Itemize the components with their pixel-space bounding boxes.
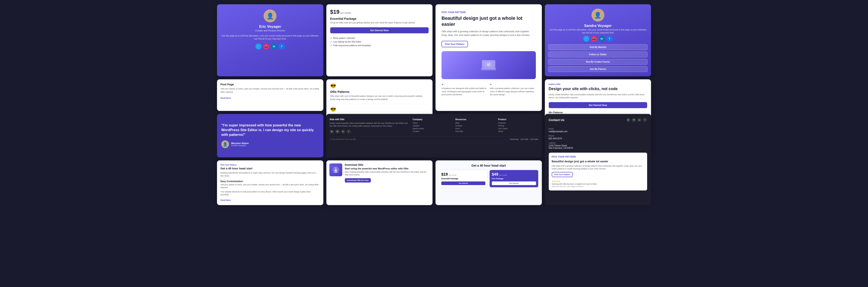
- pick-pattern-button[interactable]: Pick Your Pattern: [441, 41, 468, 47]
- footer-download-link[interactable]: Download: [510, 138, 519, 140]
- col2-text: ★ With a growing pattern collection, you…: [490, 83, 536, 96]
- footer-brand-desc: Easily create beautiful, fully-customiza…: [330, 122, 410, 128]
- facebook-icon[interactable]: f: [279, 44, 285, 50]
- s-instagram-icon[interactable]: 📷: [591, 36, 597, 42]
- contact-card: Contact Us 🐦 📷 in f Email mail@example.c…: [545, 114, 651, 205]
- footer-docs-link[interactable]: Docs: [456, 127, 496, 130]
- join-patreon-button[interactable]: Join My Patreon: [548, 66, 648, 72]
- footer-twitter-icon[interactable]: 🐦: [330, 130, 334, 134]
- address-row: Address 1234 Theme Street San Francisco,…: [549, 142, 647, 149]
- footer-grid: Ride with Ollie Easily create beautiful,…: [330, 118, 538, 134]
- footer-bottom-links: Download Visit Ollie Visit Mike: [510, 138, 538, 140]
- price-display: $19 per month: [330, 8, 429, 15]
- laptop-image: [441, 51, 536, 79]
- footer-blog-link[interactable]: Blog: [456, 122, 496, 124]
- author-role: Product Designer: [231, 144, 249, 147]
- footer-company-title: Company: [413, 118, 453, 121]
- twitter-icon[interactable]: 🐦: [255, 44, 261, 50]
- email-value: mail@example.com: [549, 130, 647, 133]
- footer-bottom: © 2023 Ollie Block Theme by Ollie Downlo…: [330, 136, 538, 140]
- s-linkedin-icon[interactable]: in: [599, 36, 605, 42]
- hs-read-more[interactable]: Read More: [220, 199, 231, 201]
- author-info: Maryann Alpine Product Designer: [231, 142, 249, 147]
- c-twitter-icon[interactable]: 🐦: [626, 118, 630, 122]
- email-label: Email: [549, 128, 647, 130]
- post-page-card: Post Page Add your splash of colors, pic…: [217, 79, 323, 111]
- read-more-link[interactable]: Read More: [220, 97, 231, 99]
- c-fb-icon[interactable]: f: [643, 118, 647, 122]
- footer-contact2-link[interactable]: Contact: [456, 125, 496, 127]
- feature-list: ✓Block pattern collection ✓Live editing …: [330, 36, 429, 47]
- c-ig-icon[interactable]: 📷: [632, 118, 636, 122]
- s-twitter-icon[interactable]: 🐦: [583, 36, 589, 42]
- nested-pattern-card: Pick Your Pattern Beautiful design just …: [549, 153, 647, 191]
- footer-product-col: Product Features Pricing Use Cases Demo: [498, 118, 538, 134]
- instagram-icon[interactable]: 📷: [263, 44, 269, 50]
- footer-visit-ollie-link[interactable]: Visit Ollie: [520, 138, 528, 140]
- author-name: Maryann Alpine: [231, 142, 249, 144]
- explore-label: Explore Ollie: [549, 83, 647, 85]
- main-pattern-card: Pick Your Pattern Beautiful design just …: [435, 4, 542, 111]
- check-icon: ✓: [330, 44, 332, 47]
- mini-get-started-1[interactable]: Get Started: [441, 181, 485, 185]
- eric-avatar: 👤: [264, 9, 277, 22]
- svg-point-2: [486, 62, 491, 67]
- footer-li-icon[interactable]: in: [341, 130, 345, 134]
- footer-usecases-link[interactable]: Use Cases: [498, 127, 538, 130]
- hs-overline: Pick Your Pattern: [220, 164, 320, 166]
- post-desc: Add your splash of colors, pick your hea…: [220, 87, 320, 93]
- testimonial-quote: "I'm super impressed with how powerful t…: [221, 123, 319, 137]
- download-button[interactable]: Download Ollie for Free: [345, 178, 371, 182]
- linkedin-icon[interactable]: in: [271, 44, 277, 50]
- review-text: Working with Ollie has been a delight fr…: [552, 183, 644, 185]
- footer-brand: Ride with Ollie Easily create beautiful,…: [330, 118, 410, 134]
- c-li-icon[interactable]: in: [637, 118, 642, 122]
- hs-feature-desc: Add your splash of colors, pick your hea…: [220, 183, 320, 189]
- s-facebook-icon[interactable]: f: [607, 36, 613, 42]
- np-pick-pattern-btn[interactable]: Pick Your Pattern: [552, 172, 573, 177]
- pick-pattern-label: Pick Your Pattern: [441, 11, 536, 13]
- get-started-button[interactable]: Get Started Now: [330, 27, 429, 33]
- visit-website-button[interactable]: Visit My Website: [548, 44, 648, 50]
- pricing-cards-row: $19 per month Essential Package Get Star…: [439, 170, 538, 188]
- follow-twitter-button[interactable]: Follow on Twitter: [548, 52, 648, 57]
- head-start-pricing-card: Get a 40 hour head start $19 per month E…: [435, 161, 542, 205]
- testimonial-author: 👤 Maryann Alpine Product Designer: [221, 140, 319, 148]
- pricing-mini-card-1: $19 per month Essential Package Get Star…: [439, 170, 488, 188]
- explore-get-started-button[interactable]: Get Started Now: [549, 102, 647, 108]
- mini-price-2: $49 per month: [492, 172, 536, 177]
- footer-help-link[interactable]: Get Help: [456, 130, 496, 133]
- phone-label: Phone: [549, 135, 647, 137]
- explore-desc: Easily create beautiful, fully-customiza…: [549, 93, 647, 99]
- footer-fb-icon[interactable]: f: [346, 130, 351, 134]
- ollie-patterns-title: Ollie Patterns: [330, 90, 429, 93]
- author-avatar: 👤: [221, 140, 229, 148]
- feature-item: ✓Block pattern collection: [330, 36, 429, 40]
- mini-card-title-2: Pro Package: [492, 178, 536, 180]
- footer-pricing-link[interactable]: Pricing: [498, 125, 538, 127]
- footer-visit-mike-link[interactable]: Visit Mike: [530, 138, 538, 140]
- footer-about-link[interactable]: About: [413, 122, 453, 124]
- np-desc: Ollie ships with a growing collection of…: [552, 165, 644, 170]
- hs-feature-title: Easy Customization: [220, 180, 320, 182]
- footer-ig-icon[interactable]: 📷: [335, 130, 340, 134]
- buy-course-button[interactable]: Buy My Creator Course: [548, 59, 648, 65]
- footer-demo-link[interactable]: Demo: [498, 130, 538, 133]
- patterns-emoji: 😎: [330, 83, 429, 89]
- sandra-desc: Use this page as a LinkTree alternative.…: [548, 28, 648, 34]
- mini-get-started-2[interactable]: Get Started: [492, 181, 536, 185]
- footer-contact-link[interactable]: Contact: [413, 130, 453, 133]
- download-image: [329, 163, 342, 176]
- pricing-desc: Great for folks who are just getting sta…: [330, 21, 429, 24]
- download-subtitle: Start using the powerful new WordPress e…: [345, 167, 430, 170]
- phone-row: Phone 815-420-2574: [549, 135, 647, 140]
- price-amount: $19: [330, 8, 339, 15]
- stars-icon: ★★★★★: [552, 180, 560, 182]
- pricing-title: Essential Package: [330, 17, 429, 21]
- footer-brand-assets-link[interactable]: Brand Assets: [413, 127, 453, 130]
- footer-features-link[interactable]: Features: [498, 122, 538, 124]
- address-value: 1234 Theme Street San Francisco, CA 9407…: [549, 144, 647, 149]
- post-title: Post Page: [220, 83, 320, 86]
- essential-pricing-card: $19 per month Essential Package Great fo…: [327, 4, 433, 76]
- footer-careers-link[interactable]: Careers: [413, 125, 453, 127]
